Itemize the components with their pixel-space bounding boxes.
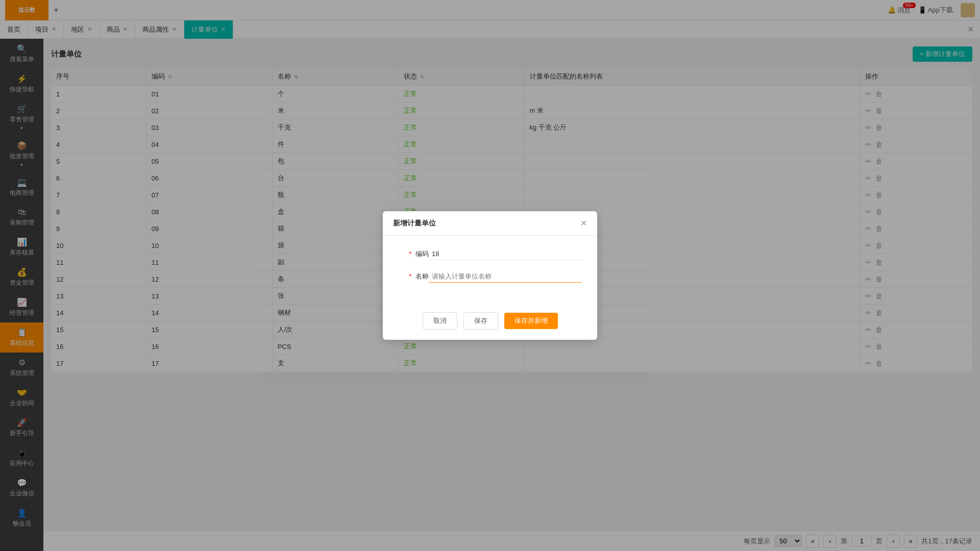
name-label: * 名称 [398, 272, 429, 281]
name-form-row: * 名称 [398, 270, 582, 283]
save-and-new-button[interactable]: 保存并新增 [504, 313, 558, 329]
add-unit-modal: 新增计量单位 ✕ * 编码 * 名称 取消 保存 保存并新增 [383, 211, 597, 340]
code-input[interactable] [429, 248, 582, 260]
modal-footer: 取消 保存 保存并新增 [383, 305, 597, 340]
modal-header: 新增计量单位 ✕ [383, 211, 597, 236]
code-label: * 编码 [398, 249, 429, 259]
save-button[interactable]: 保存 [463, 312, 498, 330]
name-input[interactable] [429, 270, 582, 283]
modal-close-button[interactable]: ✕ [580, 218, 587, 228]
code-form-row: * 编码 [398, 248, 582, 260]
modal-overlay: 新增计量单位 ✕ * 编码 * 名称 取消 保存 保存并新增 [0, 0, 980, 551]
cancel-button[interactable]: 取消 [423, 312, 457, 330]
modal-title: 新增计量单位 [393, 219, 436, 228]
modal-body: * 编码 * 名称 [383, 236, 597, 305]
